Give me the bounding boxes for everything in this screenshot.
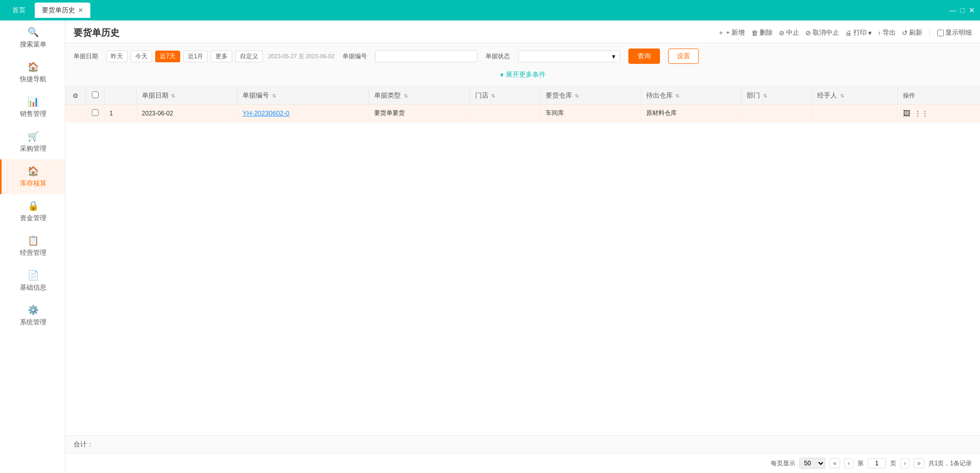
- td-settings: [65, 105, 86, 122]
- expand-more-btn[interactable]: ▾ 展开更多条件: [74, 68, 972, 81]
- show-detail-toggle[interactable]: 显示明细: [937, 28, 972, 37]
- sidebar-item-quick-nav-label: 快捷导航: [20, 75, 46, 84]
- export-button[interactable]: ↑ 导出: [878, 28, 896, 37]
- sidebar-item-finance-mgmt-label: 资金管理: [20, 214, 46, 223]
- show-detail-checkbox[interactable]: [937, 30, 944, 36]
- sidebar-item-basic-info[interactable]: 📄 基础信息: [0, 264, 65, 298]
- status-select-chevron-icon: ▾: [612, 53, 616, 60]
- print-button[interactable]: 🖨 打印 ▾: [845, 28, 872, 37]
- setting-button[interactable]: 设置: [668, 49, 699, 64]
- th-pending-warehouse[interactable]: 待出仓库 ⇅: [641, 87, 742, 105]
- expand-more-label: 展开更多条件: [506, 70, 546, 79]
- stop-icon: ⊘: [779, 29, 785, 37]
- table-container: ⚙ 单据日期 ⇅ 单据编号 ⇅: [65, 87, 980, 435]
- page-unit-label: 页: [890, 459, 896, 468]
- td-checkbox: [86, 105, 104, 122]
- th-pending-warehouse-label: 待出仓库: [646, 91, 673, 99]
- window-close-icon[interactable]: ✕: [969, 6, 975, 14]
- content-area: 要货单历史 ＋ + 新增 🗑 删除 ⊘ 中止 ⊘ 取消中止: [65, 20, 980, 473]
- delete-button[interactable]: 🗑 删除: [751, 28, 773, 37]
- td-doc-type: 要货单要货: [369, 105, 470, 122]
- prev-page-btn[interactable]: ‹: [844, 458, 853, 468]
- page-number-input[interactable]: [868, 458, 886, 468]
- date-btn-today[interactable]: 今天: [131, 51, 152, 62]
- view-action-icon[interactable]: 🖼: [903, 109, 910, 117]
- sidebar-item-inventory[interactable]: 🏠 库存核算: [0, 159, 65, 194]
- row-checkbox[interactable]: [92, 109, 99, 116]
- summary-bar: 合计：: [65, 435, 980, 453]
- date-btn-1month[interactable]: 近1月: [183, 51, 208, 62]
- settings-icon[interactable]: ⚙: [72, 92, 79, 100]
- th-handler[interactable]: 经手人 ⇅: [812, 87, 898, 105]
- th-store-label: 门店: [475, 91, 488, 99]
- stop-button[interactable]: ⊘ 中止: [779, 28, 799, 37]
- sidebar-item-sales-mgmt[interactable]: 📊 销售管理: [0, 90, 65, 125]
- tab-home-label: 首页: [12, 6, 26, 15]
- select-all-checkbox[interactable]: [92, 91, 99, 98]
- cancel-stop-button[interactable]: ⊘ 取消中止: [805, 28, 839, 37]
- action-icons: 🖼 ⋮⋮: [903, 109, 975, 117]
- sidebar-item-system-mgmt[interactable]: ⚙️ 系统管理: [0, 298, 65, 333]
- tab-close-icon[interactable]: ✕: [78, 7, 83, 14]
- sidebar-item-sales-mgmt-label: 销售管理: [20, 109, 46, 119]
- sidebar-item-search-menu[interactable]: 🔍 搜索菜单: [0, 20, 65, 55]
- tab-requisition-history[interactable]: 要货单历史 ✕: [35, 3, 90, 18]
- th-seq: [104, 87, 136, 105]
- stop-label: 中止: [786, 28, 799, 37]
- sidebar-item-finance-mgmt[interactable]: 🔒 资金管理: [0, 194, 65, 229]
- th-req-warehouse[interactable]: 要货仓库 ⇅: [540, 87, 641, 105]
- print-icon: 🖨: [845, 29, 852, 37]
- more-action-icon[interactable]: ⋮⋮: [914, 109, 928, 117]
- sort-doc-no-icon: ⇅: [272, 93, 276, 99]
- print-dropdown-icon: ▾: [868, 29, 872, 37]
- date-btn-yesterday[interactable]: 昨天: [106, 51, 128, 62]
- sidebar-item-operations-mgmt[interactable]: 📋 经营管理: [0, 229, 65, 264]
- window-minimize-icon[interactable]: —: [949, 6, 957, 14]
- page-header: 要货单历史 ＋ + 新增 🗑 删除 ⊘ 中止 ⊘ 取消中止: [65, 20, 980, 43]
- first-page-btn[interactable]: «: [829, 458, 840, 468]
- delete-icon: 🗑: [751, 29, 758, 37]
- pagination: 每页显示 50 100 200 « ‹ 第 页 › » 共1页，1条记录: [65, 453, 980, 473]
- export-label: 导出: [883, 28, 896, 37]
- date-filter-label: 单据日期: [74, 52, 98, 61]
- query-button[interactable]: 查询: [628, 49, 660, 64]
- sales-mgmt-icon: 📊: [28, 96, 39, 107]
- sort-pending-warehouse-icon: ⇅: [675, 93, 679, 99]
- refresh-button[interactable]: ↺ 刷新: [902, 28, 922, 37]
- window-maximize-icon[interactable]: □: [961, 6, 965, 14]
- refresh-icon: ↺: [902, 29, 908, 37]
- th-doc-type-label: 单据类型: [374, 91, 401, 99]
- quick-nav-icon: 🏠: [28, 61, 39, 73]
- delete-label: 删除: [760, 28, 773, 37]
- th-dept[interactable]: 部门 ⇅: [742, 87, 812, 105]
- sidebar-item-purchase-mgmt[interactable]: 🛒 采购管理: [0, 125, 65, 159]
- th-store[interactable]: 门店 ⇅: [470, 87, 540, 105]
- status-select[interactable]: ▾: [518, 51, 620, 62]
- td-handler: [812, 105, 898, 122]
- sidebar-item-operations-mgmt-label: 经营管理: [20, 248, 46, 257]
- sidebar: 🔍 搜索菜单 🏠 快捷导航 📊 销售管理 🛒 采购管理 🏠 库存核算 🔒 资金管…: [0, 20, 65, 473]
- th-doc-date[interactable]: 单据日期 ⇅: [136, 87, 237, 105]
- date-btn-more[interactable]: 更多: [211, 51, 232, 62]
- sort-handler-icon: ⇅: [840, 93, 844, 99]
- th-doc-no[interactable]: 单据编号 ⇅: [237, 87, 369, 105]
- tab-home[interactable]: 首页: [5, 3, 33, 18]
- th-dept-label: 部门: [747, 91, 760, 99]
- export-icon: ↑: [878, 29, 881, 37]
- doc-no-link[interactable]: YH-20230602-0: [242, 109, 289, 117]
- last-page-btn[interactable]: »: [914, 458, 924, 468]
- total-info: 共1页，1条记录: [928, 459, 972, 468]
- finance-mgmt-icon: 🔒: [28, 200, 39, 211]
- doc-no-input[interactable]: [375, 50, 477, 62]
- date-btn-7days[interactable]: 近7天: [155, 51, 180, 62]
- th-checkbox: [86, 87, 104, 105]
- th-settings: ⚙: [65, 87, 86, 105]
- th-doc-type[interactable]: 单据类型 ⇅: [369, 87, 470, 105]
- date-btn-custom[interactable]: 自定义: [235, 51, 263, 62]
- main-layout: 🔍 搜索菜单 🏠 快捷导航 📊 销售管理 🛒 采购管理 🏠 库存核算 🔒 资金管…: [0, 20, 980, 473]
- refresh-label: 刷新: [909, 28, 922, 37]
- next-page-btn[interactable]: ›: [900, 458, 910, 468]
- sidebar-item-quick-nav[interactable]: 🏠 快捷导航: [0, 55, 65, 90]
- new-button[interactable]: ＋ + 新增: [718, 28, 745, 37]
- per-page-select[interactable]: 50 100 200: [799, 458, 825, 469]
